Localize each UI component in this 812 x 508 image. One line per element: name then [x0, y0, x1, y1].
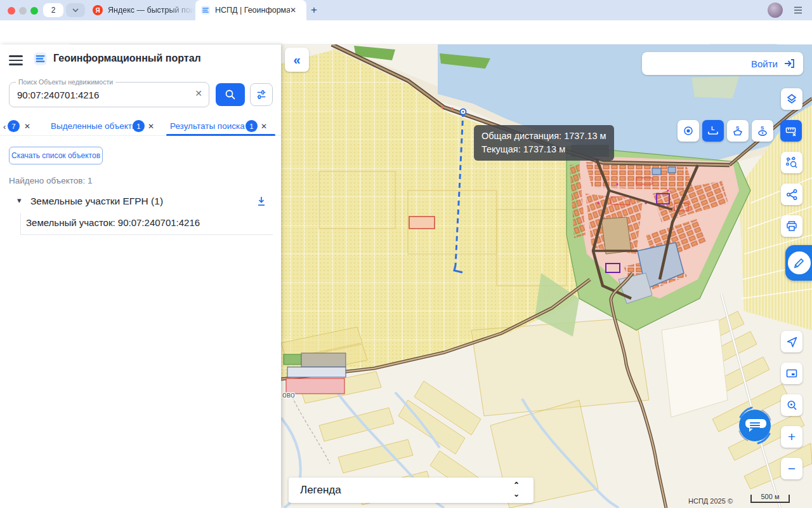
measure-close-button[interactable]: [780, 120, 802, 142]
measure-area-button[interactable]: S: [727, 120, 749, 142]
avatar[interactable]: [768, 3, 783, 18]
search-field-label: Поиск Объекты недвижимости: [16, 78, 115, 86]
chat-widget[interactable]: [734, 404, 776, 446]
nspd-logo: [33, 51, 48, 66]
measure-point-button[interactable]: [678, 120, 699, 142]
tab-count-pill[interactable]: 2: [43, 3, 63, 17]
hidden-tab-badge[interactable]: 7: [8, 120, 20, 132]
map-coast-zone: [691, 76, 739, 98]
login-bar: Войти: [642, 52, 803, 75]
length-icon: L: [707, 124, 719, 137]
portal-title: Геоинформационный портал: [53, 53, 201, 64]
share-icon: [786, 189, 798, 201]
measure-length-button[interactable]: L: [702, 120, 724, 142]
tab-title: НСПД | Геоинформаци: [215, 6, 290, 15]
tab-close-icon[interactable]: ✕: [290, 6, 296, 15]
circle-area-icon: S: [756, 124, 769, 137]
tab-yandex[interactable]: Я Яндекс — быстрый поиск: [93, 0, 194, 20]
map-attribution: НСПД 2025 ©: [669, 497, 733, 505]
result-item-row[interactable]: Земельный участок: 90:07:240701:4216: [20, 213, 273, 235]
tune-icon: [256, 89, 267, 100]
browser-tabstrip: 2 Я Яндекс — быстрый поиск НСПД | Геоинф…: [0, 0, 812, 20]
layers-icon: [785, 93, 798, 105]
active-tab-underline: [166, 134, 275, 136]
measure-tooltip: Общая дистанция: 1737.13 м Текущая: 1737…: [474, 125, 614, 161]
result-item-text: Земельный участок: 90:07:240701:4216: [26, 217, 200, 228]
tab-list-chevron[interactable]: [66, 3, 85, 17]
feedback-widget[interactable]: [785, 245, 812, 281]
download-group-icon[interactable]: [256, 196, 267, 208]
collapse-chevron-icon[interactable]: ▾: [17, 196, 22, 205]
found-count-text: Найдено объектов: 1: [9, 176, 92, 185]
selected-objects-close-icon[interactable]: ✕: [148, 122, 154, 131]
ruler-close-icon: [785, 124, 797, 137]
tabs-scroll-left-icon[interactable]: ‹: [3, 122, 6, 131]
result-group-title: Земельные участки ЕГРН (1): [30, 196, 163, 207]
share-button[interactable]: [781, 184, 802, 205]
map-scale: 500 м: [750, 495, 790, 503]
download-list-button[interactable]: Скачать список объектов: [9, 147, 103, 164]
tab-nspd[interactable]: НСПД | Геоинформаци ✕: [195, 0, 306, 20]
layers-button[interactable]: [781, 88, 802, 110]
search-button[interactable]: [216, 83, 245, 106]
browser-toolbar: ← Я ↻ nspd.gov.ru НСПД | Геоинформационн…: [0, 20, 812, 44]
hidden-tab-close-icon[interactable]: ✕: [24, 122, 30, 131]
village-label: ово: [282, 391, 295, 399]
search-results-close-icon[interactable]: ✕: [261, 122, 267, 131]
navigate-icon: [786, 336, 798, 348]
traffic-fullscreen-button[interactable]: [30, 7, 38, 15]
map-white-parcel: [662, 319, 728, 417]
new-tab-button[interactable]: +: [311, 0, 324, 20]
login-icon: [783, 57, 796, 70]
zoom-out-button[interactable]: −: [781, 458, 802, 479]
chat-bubble-icon: [734, 404, 776, 446]
map-canvas[interactable]: ово: [281, 44, 812, 508]
zoom-in-button[interactable]: +: [781, 426, 802, 448]
search-input[interactable]: [17, 87, 179, 102]
login-button[interactable]: Войти: [751, 58, 778, 69]
search-settings-button[interactable]: [250, 83, 273, 106]
overview-frame-icon: [785, 367, 798, 380]
map-container: ово « Войти Общая дистанция: 1737.13 м Т…: [281, 44, 812, 508]
legend-bar[interactable]: Легенда ⌃ ⌄: [289, 478, 534, 503]
legend-toggle[interactable]: ⌃ ⌄: [513, 481, 520, 498]
search-on-map-button[interactable]: [781, 394, 802, 416]
screen: { "glyphs": { "close": "✕", "plus": "+",…: [0, 0, 812, 508]
collapse-sidebar-button[interactable]: «: [285, 48, 309, 72]
measure-circle-button[interactable]: S: [752, 120, 773, 142]
search-icon: [225, 89, 236, 100]
print-icon: [785, 220, 798, 232]
browser-menu-icon[interactable]: [793, 6, 803, 17]
point-icon: [683, 125, 694, 137]
search-field: Поиск Объекты недвижимости ✕: [9, 82, 209, 107]
caret-down-icon: ⌄: [513, 490, 520, 498]
feedback-circle: [788, 251, 811, 274]
overview-map-button[interactable]: [781, 363, 802, 384]
tab-search-results[interactable]: Результаты поиска: [170, 121, 245, 131]
traffic-close-button[interactable]: [8, 7, 15, 15]
scale-label: 500 м: [752, 493, 789, 500]
geometry-search-button[interactable]: [781, 152, 802, 173]
locate-me-button[interactable]: [781, 331, 802, 352]
map-small-parcels: [284, 353, 346, 394]
feedback-icon: [793, 257, 806, 269]
map-search-icon: [786, 399, 798, 411]
sidebar-menu-icon[interactable]: [9, 53, 23, 68]
search-clear-icon[interactable]: ✕: [195, 88, 202, 98]
print-button[interactable]: [781, 215, 802, 237]
result-group-row[interactable]: ▾ Земельные участки ЕГРН (1): [0, 194, 281, 211]
search-results-badge: 1: [246, 120, 258, 132]
tooltip-total-distance: Общая дистанция: 1737.13 м: [481, 130, 606, 143]
area-icon: S: [731, 124, 744, 137]
nspd-favicon: [200, 5, 211, 15]
map-highlighted-parcel[interactable]: [409, 217, 435, 229]
traffic-minimize-button[interactable]: [19, 7, 27, 15]
svg-text:L: L: [711, 125, 715, 131]
tab-title: Яндекс — быстрый поиск: [108, 6, 194, 15]
tab-selected-objects[interactable]: Выделенные объекты: [51, 121, 138, 131]
workspace-tabs: ‹ 7 ✕ Выделенные объекты 1 ✕ Результаты …: [0, 118, 281, 136]
geometry-search-icon: [785, 156, 798, 169]
legend-label: Легенда: [300, 484, 341, 497]
svg-text:S: S: [761, 125, 764, 131]
selected-objects-badge: 1: [133, 120, 145, 132]
